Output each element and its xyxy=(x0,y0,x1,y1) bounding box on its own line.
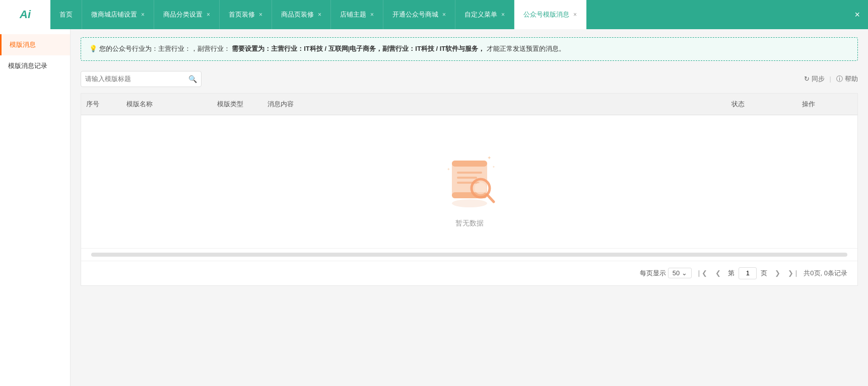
svg-point-8 xyxy=(475,182,487,194)
content-area: 💡 您的公众号行业为：主营行业：，副营行业： 需要设置为：主营行业：IT科技 /… xyxy=(71,29,868,386)
tab-product-decor-label: 商品页装修 xyxy=(281,10,314,19)
tab-custom-menu[interactable]: 自定义菜单 × xyxy=(455,0,514,29)
prev-page-button[interactable]: ❮ xyxy=(712,267,724,279)
tab-template-msg[interactable]: 公众号模版消息 × xyxy=(514,0,586,29)
th-type: 模版类型 xyxy=(212,94,262,115)
sidebar-item-template-msg-log[interactable]: 模版消息记录 xyxy=(0,55,70,76)
tab-product-category-label: 商品分类设置 xyxy=(163,10,203,19)
tab-open-mall-label: 开通公众号商城 xyxy=(392,10,438,19)
tab-shop-settings[interactable]: 微商城店铺设置 × xyxy=(82,0,154,29)
page-size-select: 每页显示 50 ⌄ xyxy=(640,268,692,278)
close-all-button[interactable]: × xyxy=(846,10,868,20)
sync-button[interactable]: ↻ 同步 xyxy=(804,74,825,84)
tab-home[interactable]: 首页 xyxy=(50,0,82,29)
total-info: 共0页, 0条记录 xyxy=(804,269,847,278)
page-unit: 页 xyxy=(761,269,767,278)
tab-home-decor[interactable]: 首页装修 × xyxy=(220,0,272,29)
tab-product-category[interactable]: 商品分类设置 × xyxy=(154,0,220,29)
notice-highlight: 需要设置为：主营行业：IT科技 / 互联网|电子商务，副营行业：IT科技 / I… xyxy=(232,45,485,52)
table-header: 序号 模版名称 模版类型 消息内容 状态 操作 xyxy=(81,94,857,115)
svg-text:✦: ✦ xyxy=(447,167,450,172)
scroll-bar-area xyxy=(81,248,857,261)
notice-suffix: 才能正常发送预置的消息。 xyxy=(487,45,565,52)
sidebar-item-template-msg-log-label: 模版消息记录 xyxy=(8,62,47,69)
help-button[interactable]: ⓘ 帮助 xyxy=(836,74,858,84)
tab-home-label: 首页 xyxy=(59,10,73,19)
search-bar: 🔍 ↻ 同步 | ⓘ 帮助 xyxy=(81,71,858,87)
tab-shop-settings-label: 微商城店铺设置 xyxy=(91,10,137,19)
pagination: 每页显示 50 ⌄ ❘❮ ❮ 第 页 ❯ ❯❘ 共0页, 0条记录 xyxy=(81,261,857,285)
th-name: 模版名称 xyxy=(121,94,212,115)
tab-product-decor[interactable]: 商品页装修 × xyxy=(272,0,331,29)
page-size-label: 每页显示 xyxy=(640,269,666,278)
sidebar: 模版消息 模版消息记录 xyxy=(0,29,71,386)
toolbar-divider: | xyxy=(830,75,831,83)
th-content: 消息内容 xyxy=(262,94,726,115)
close-tab-home-decor[interactable]: × xyxy=(259,11,262,18)
sidebar-item-template-msg[interactable]: 模版消息 xyxy=(0,34,70,55)
tab-bar: Ai 首页 微商城店铺设置 × 商品分类设置 × 首页装修 × 商品页装修 × … xyxy=(0,0,868,29)
close-tab-custom-menu[interactable]: × xyxy=(501,11,505,18)
chevron-down-icon: ⌄ xyxy=(682,269,687,277)
sidebar-item-template-msg-label: 模版消息 xyxy=(10,41,36,48)
close-tab-shop-theme[interactable]: × xyxy=(370,11,374,18)
toolbar-right: ↻ 同步 | ⓘ 帮助 xyxy=(804,74,858,84)
tab-open-mall[interactable]: 开通公众号商城 × xyxy=(383,0,455,29)
tab-shop-theme[interactable]: 店铺主题 × xyxy=(331,0,383,29)
close-tab-shop-settings[interactable]: × xyxy=(141,11,145,18)
tab-shop-theme-label: 店铺主题 xyxy=(340,10,366,19)
page-number-input[interactable] xyxy=(739,267,757,279)
data-table: 序号 模版名称 模版类型 消息内容 状态 操作 xyxy=(81,93,858,286)
first-page-button[interactable]: ❘❮ xyxy=(696,267,708,279)
svg-rect-4 xyxy=(457,172,482,174)
sync-icon: ↻ xyxy=(804,75,810,83)
svg-rect-2 xyxy=(452,161,487,167)
main-layout: 模版消息 模版消息记录 💡 您的公众号行业为：主营行业：，副营行业： 需要设置为… xyxy=(0,29,868,386)
tab-custom-menu-label: 自定义菜单 xyxy=(464,10,497,19)
close-tab-product-decor[interactable]: × xyxy=(318,11,321,18)
th-action: 操作 xyxy=(797,94,857,115)
svg-point-0 xyxy=(452,199,487,207)
empty-state: ✦ ✦ ✦ 暂无数据 xyxy=(81,115,857,248)
help-label: 帮助 xyxy=(845,74,858,84)
fake-scrollbar[interactable] xyxy=(91,253,847,257)
close-tab-product-category[interactable]: × xyxy=(207,11,210,18)
app-logo: Ai xyxy=(0,0,50,29)
next-page-button[interactable]: ❯ xyxy=(771,267,783,279)
page-prefix: 第 xyxy=(728,269,735,278)
empty-text: 暂无数据 xyxy=(455,219,484,228)
page-size-value: 50 xyxy=(673,269,680,277)
sync-label: 同步 xyxy=(812,74,825,84)
search-icon[interactable]: 🔍 xyxy=(188,75,197,83)
th-status: 状态 xyxy=(726,94,797,115)
notice-box: 💡 您的公众号行业为：主营行业：，副营行业： 需要设置为：主营行业：IT科技 /… xyxy=(81,37,858,61)
tab-template-msg-label: 公众号模版消息 xyxy=(523,10,569,19)
svg-rect-6 xyxy=(457,182,480,184)
help-icon: ⓘ xyxy=(836,74,843,84)
notice-prefix: 您的公众号行业为：主营行业：，副营行业： xyxy=(99,45,230,52)
svg-line-9 xyxy=(487,195,494,202)
close-tab-open-mall[interactable]: × xyxy=(442,11,446,18)
page-size-dropdown[interactable]: 50 ⌄ xyxy=(668,268,692,278)
search-input[interactable] xyxy=(85,75,188,83)
close-tab-template-msg[interactable]: × xyxy=(573,11,577,18)
svg-text:✦: ✦ xyxy=(487,155,491,161)
last-page-button[interactable]: ❯❘ xyxy=(787,267,799,279)
tab-home-decor-label: 首页装修 xyxy=(229,10,255,19)
th-index: 序号 xyxy=(81,94,121,115)
svg-rect-5 xyxy=(457,177,477,179)
notice-icon: 💡 xyxy=(89,45,97,52)
search-input-wrap: 🔍 xyxy=(81,71,202,87)
empty-illustration: ✦ ✦ ✦ xyxy=(439,145,500,211)
svg-text:✦: ✦ xyxy=(492,165,495,169)
